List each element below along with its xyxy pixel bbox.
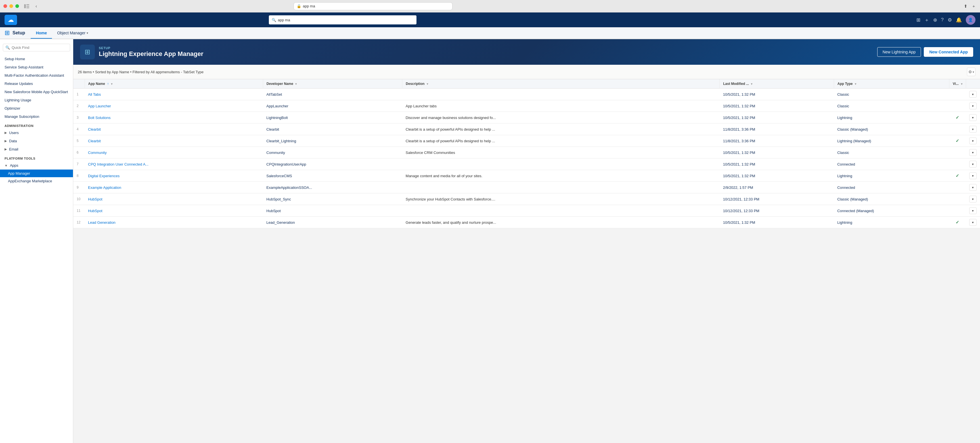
row-actions-dropdown[interactable]: ▾	[969, 102, 977, 109]
app-name-link[interactable]: HubSpot	[88, 197, 102, 201]
sidebar-item-users[interactable]: ▶ Users	[0, 129, 73, 137]
app-name-link[interactable]: Community	[88, 150, 107, 155]
row-actions-dropdown[interactable]: ▾	[969, 161, 977, 167]
lock-icon: 🔒	[297, 4, 301, 8]
sidebar-item-app-manager[interactable]: App Manager	[0, 169, 73, 177]
sidebar-item-mfa[interactable]: Multi-Factor Authentication Assistant	[0, 71, 73, 80]
col-filter-icon[interactable]: ▾	[961, 82, 963, 86]
sidebar-item-optimizer[interactable]: Optimizer	[0, 104, 73, 112]
row-number: 11	[73, 205, 84, 217]
sidebar-item-email[interactable]: ▶ Email	[0, 145, 73, 153]
row-actions-dropdown[interactable]: ▾	[969, 114, 977, 121]
col-description-label: Description	[406, 82, 425, 86]
col-app-type[interactable]: App Type ▾	[834, 79, 949, 89]
cell-description	[402, 205, 720, 217]
mac-back-btn[interactable]: ‹	[35, 4, 37, 9]
visible-checkmark: ✓	[956, 173, 959, 178]
app-name-link[interactable]: App Launcher	[88, 104, 111, 108]
row-actions-dropdown[interactable]: ▾	[969, 196, 977, 202]
cell-visible	[949, 89, 966, 100]
row-actions-dropdown[interactable]: ▾	[969, 126, 977, 132]
sidebar-item-lightning-usage[interactable]: Lightning Usage	[0, 96, 73, 104]
table-row: 8 Digital Experiences SalesforceCMS Mana…	[73, 170, 980, 182]
row-actions-dropdown[interactable]: ▾	[969, 149, 977, 156]
sidebar-item-setup-home[interactable]: Setup Home	[0, 55, 73, 63]
app-name-link[interactable]: CPQ Integration User Connected A...	[88, 162, 148, 166]
col-description[interactable]: Description ▾	[402, 79, 720, 89]
app-name-link[interactable]: Clearbit	[88, 139, 101, 143]
col-developer-name[interactable]: Developer Name ▾	[263, 79, 402, 89]
new-lightning-app-button[interactable]: New Lightning App	[877, 47, 921, 57]
row-actions-dropdown[interactable]: ▾	[969, 91, 977, 98]
col-filter-icon[interactable]: ▾	[295, 82, 297, 86]
cell-description: Salesforce CRM Communities	[402, 147, 720, 158]
table-toolbar: 26 items • Sorted by App Name • Filtered…	[73, 65, 980, 79]
new-tab-icon[interactable]: +	[971, 3, 977, 9]
sidebar-item-service-setup[interactable]: Service Setup Assistant	[0, 63, 73, 71]
row-actions-dropdown[interactable]: ▾	[969, 137, 977, 144]
sidebar-search-input[interactable]	[12, 45, 68, 50]
col-filter-icon[interactable]: ▾	[855, 82, 856, 86]
sidebar-item-label: Manage Subscription	[5, 115, 39, 119]
salesforce-logo[interactable]: ☁	[5, 15, 17, 25]
cell-app-name: App Launcher	[84, 100, 263, 112]
app-name-link[interactable]: HubSpot	[88, 209, 102, 213]
col-filter-icon[interactable]: ▾	[751, 82, 752, 86]
row-actions-dropdown[interactable]: ▾	[969, 207, 977, 214]
cell-visible	[949, 205, 966, 217]
col-last-modified[interactable]: Last Modified ... ▾	[720, 79, 834, 89]
row-actions-dropdown[interactable]: ▾	[969, 172, 977, 179]
cell-developer-name: HubSpot	[263, 205, 402, 217]
tab-home-label: Home	[36, 31, 47, 35]
map-icon[interactable]: ⊕	[933, 17, 937, 23]
sidebar-item-data[interactable]: ▶ Data	[0, 137, 73, 145]
mac-close-btn[interactable]	[3, 4, 7, 8]
sidebar-item-mobile-quickstart[interactable]: New Salesforce Mobile App QuickStart	[0, 88, 73, 96]
mac-maximize-btn[interactable]	[15, 4, 19, 8]
table-row: 11 HubSpot HubSpot 10/12/2021, 12:33 PM …	[73, 205, 980, 217]
col-visible[interactable]: Vi... ▾	[949, 79, 966, 89]
tab-object-manager[interactable]: Object Manager ▾	[52, 28, 94, 38]
app-name-link[interactable]: Example Application	[88, 185, 121, 190]
row-actions-dropdown[interactable]: ▾	[969, 184, 977, 191]
app-name-link[interactable]: Clearbit	[88, 127, 101, 131]
sidebar-item-apps[interactable]: ▼ Apps	[0, 161, 73, 169]
sidebar-item-manage-subscription[interactable]: Manage Subscription	[0, 112, 73, 121]
share-icon[interactable]: ⬆	[963, 3, 969, 9]
sf-global-search[interactable]: 🔍 app ma	[269, 15, 417, 24]
cell-last-modified: 10/5/2021, 1:32 PM	[720, 112, 834, 124]
settings-icon[interactable]: ⚙	[948, 17, 952, 23]
col-app-name[interactable]: App Name ↑ ▾	[84, 79, 263, 89]
mac-minimize-btn[interactable]	[10, 4, 13, 8]
cell-visible	[949, 147, 966, 158]
apps-table: App Name ↑ ▾ Developer Name ▾ Descriptio…	[73, 79, 980, 228]
add-icon[interactable]: ＋	[924, 17, 929, 23]
col-filter-icon[interactable]: ▾	[111, 82, 113, 86]
help-icon[interactable]: ?	[941, 17, 943, 23]
app-name-link[interactable]: Lead Generation	[88, 220, 116, 225]
cell-visible	[949, 193, 966, 205]
table-settings-button[interactable]: ⚙ ▾	[967, 68, 975, 76]
cell-developer-name: AppLauncher	[263, 100, 402, 112]
app-name-link[interactable]: All Tabs	[88, 92, 101, 97]
col-filter-icon[interactable]: ▾	[427, 82, 428, 86]
cell-description: Clearbit is a setup of powerful APIs des…	[402, 135, 720, 147]
new-connected-app-button[interactable]: New Connected App	[924, 47, 973, 57]
row-number: 2	[73, 100, 84, 112]
sf-subnav: ⊞ Setup Home Object Manager ▾	[0, 27, 980, 39]
sidebar-search-container[interactable]: 🔍	[3, 44, 70, 51]
app-name-link[interactable]: Digital Experiences	[88, 174, 119, 178]
cell-description	[402, 158, 720, 170]
sidebar-item-release-updates[interactable]: Release Updates	[0, 80, 73, 88]
mac-sidebar-toggle[interactable]	[24, 4, 32, 9]
row-actions-dropdown[interactable]: ▾	[969, 219, 977, 226]
app-name-link[interactable]: Bolt Solutions	[88, 116, 111, 120]
tab-home[interactable]: Home	[31, 28, 52, 38]
user-avatar[interactable]: 👤	[966, 15, 975, 25]
cell-developer-name: Community	[263, 147, 402, 158]
apps-grid-icon[interactable]: ⊞	[5, 29, 10, 37]
home-icon[interactable]: ⊞	[916, 17, 920, 23]
notifications-icon[interactable]: 🔔	[956, 17, 962, 23]
sidebar-item-appexchange[interactable]: AppExchange Marketplace	[0, 177, 73, 185]
cell-last-modified: 11/8/2021, 3:36 PM	[720, 124, 834, 135]
